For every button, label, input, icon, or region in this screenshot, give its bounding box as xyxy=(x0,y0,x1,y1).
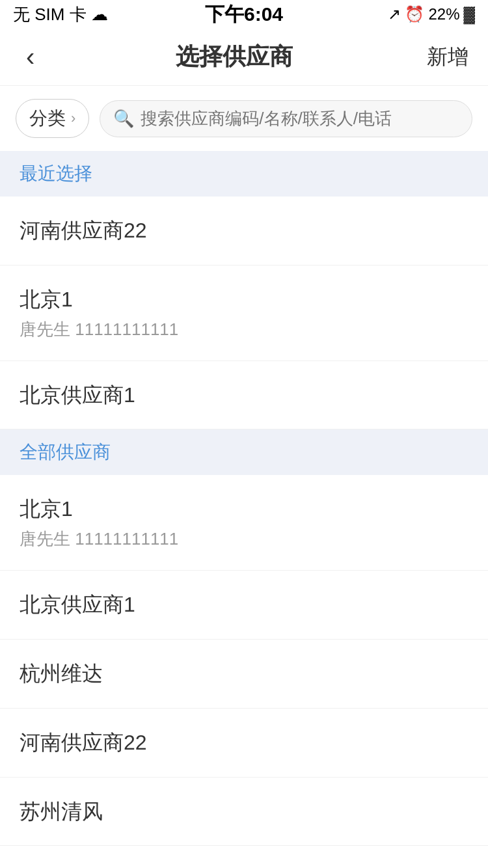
search-box: 🔍 xyxy=(100,100,472,137)
nav-bar: ‹ 选择供应商 新增 xyxy=(0,29,488,86)
alarm-icon: ⏰ xyxy=(405,5,424,23)
item-name: 苏州清风 xyxy=(20,797,468,826)
item-name: 北京供应商1 xyxy=(20,590,468,619)
item-name: 北京供应商1 xyxy=(20,381,468,410)
chevron-icon: › xyxy=(71,110,75,127)
all-section-header: 全部供应商 xyxy=(0,429,488,475)
all-list: 北京1唐先生 11111111111北京供应商1杭州维达河南供应商22苏州清风 xyxy=(0,475,488,846)
filter-bar: 分类 › 🔍 xyxy=(0,86,488,151)
battery-icon: ▓ xyxy=(464,5,476,23)
list-item[interactable]: 苏州清风 xyxy=(0,778,488,847)
category-filter-button[interactable]: 分类 › xyxy=(16,99,89,138)
category-label: 分类 xyxy=(29,106,66,131)
item-contact: 唐先生 11111111111 xyxy=(20,528,468,550)
status-left: 无 SIM 卡 ☁ xyxy=(13,3,108,26)
all-section-label: 全部供应商 xyxy=(20,442,111,462)
recent-section-header: 最近选择 xyxy=(0,151,488,197)
list-item[interactable]: 北京供应商1 xyxy=(0,361,488,430)
item-name: 北京1 xyxy=(20,495,468,524)
no-sim-text: 无 SIM 卡 ☁ xyxy=(13,3,108,26)
search-input[interactable] xyxy=(141,109,459,129)
status-time: 下午6:04 xyxy=(205,1,283,28)
item-name: 杭州维达 xyxy=(20,659,468,688)
list-item[interactable]: 北京1唐先生 11111111111 xyxy=(0,265,488,361)
location-icon: ↗ xyxy=(388,5,401,23)
item-contact: 唐先生 11111111111 xyxy=(20,318,468,341)
list-item[interactable]: 北京1唐先生 11111111111 xyxy=(0,475,488,571)
status-right: ↗ ⏰ 22% ▓ xyxy=(388,5,475,23)
battery-text: 22% xyxy=(428,5,459,23)
list-item[interactable]: 杭州维达 xyxy=(0,640,488,709)
recent-list: 河南供应商22北京1唐先生 11111111111北京供应商1 xyxy=(0,197,488,429)
nav-title: 选择供应商 xyxy=(176,41,293,73)
search-icon: 🔍 xyxy=(113,109,134,129)
add-button[interactable]: 新增 xyxy=(427,43,468,72)
item-name: 北京1 xyxy=(20,285,468,314)
list-item[interactable]: 河南供应商22 xyxy=(0,197,488,265)
back-button[interactable]: ‹ xyxy=(20,36,41,78)
list-item[interactable]: 河南供应商22 xyxy=(0,709,488,778)
list-item[interactable]: 北京供应商1 xyxy=(0,571,488,640)
recent-section-label: 最近选择 xyxy=(20,163,92,183)
item-name: 河南供应商22 xyxy=(20,728,468,757)
status-bar: 无 SIM 卡 ☁ 下午6:04 ↗ ⏰ 22% ▓ xyxy=(0,0,488,29)
item-name: 河南供应商22 xyxy=(20,216,468,245)
